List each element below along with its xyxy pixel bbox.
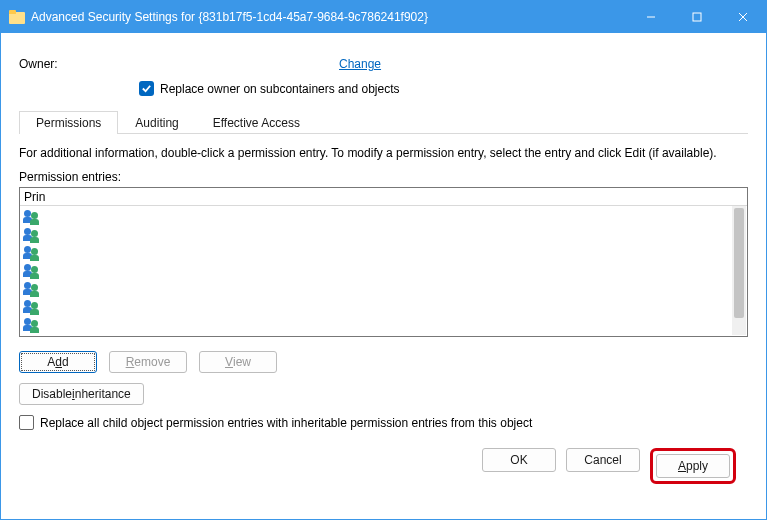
- permission-entry[interactable]: [24, 262, 743, 280]
- tab-effective-access[interactable]: Effective Access: [196, 111, 317, 134]
- principal-icon: [24, 264, 42, 278]
- title-bar: Advanced Security Settings for {831b17f5…: [1, 1, 766, 33]
- view-button[interactable]: View: [199, 351, 277, 373]
- principal-icon: [24, 228, 42, 242]
- replace-owner-label: Replace owner on subcontainers and objec…: [160, 82, 399, 96]
- permission-entries-list[interactable]: Prin: [19, 187, 748, 337]
- permission-entry[interactable]: [24, 298, 743, 316]
- principal-icon: [24, 246, 42, 260]
- principal-icon: [24, 282, 42, 296]
- entries-column-header[interactable]: Prin: [20, 188, 747, 206]
- replace-all-children-checkbox[interactable]: [19, 415, 34, 430]
- tab-permissions[interactable]: Permissions: [19, 111, 118, 134]
- remove-button[interactable]: Remove: [109, 351, 187, 373]
- ok-button[interactable]: OK: [482, 448, 556, 472]
- window-title: Advanced Security Settings for {831b17f5…: [31, 10, 428, 24]
- close-button[interactable]: [720, 1, 766, 33]
- entries-scrollbar[interactable]: [732, 206, 746, 335]
- change-owner-link[interactable]: Change: [339, 57, 381, 71]
- add-button[interactable]: Add: [19, 351, 97, 373]
- scrollbar-thumb[interactable]: [734, 208, 744, 318]
- principal-icon: [24, 318, 42, 332]
- owner-label: Owner:: [19, 57, 339, 71]
- permission-entry[interactable]: [24, 316, 743, 334]
- permission-entry[interactable]: [24, 226, 743, 244]
- principal-icon: [24, 300, 42, 314]
- apply-highlight: Apply: [650, 448, 736, 484]
- tab-auditing[interactable]: Auditing: [118, 111, 195, 134]
- replace-owner-checkbox[interactable]: [139, 81, 154, 96]
- folder-icon: [9, 10, 25, 24]
- dialog-body: Owner: Change Replace owner on subcontai…: [1, 33, 766, 494]
- maximize-button[interactable]: [674, 1, 720, 33]
- permission-entry[interactable]: [24, 280, 743, 298]
- apply-button[interactable]: Apply: [656, 454, 730, 478]
- entries-label: Permission entries:: [19, 170, 748, 184]
- principal-icon: [24, 210, 42, 224]
- disable-inheritance-button[interactable]: Disable inheritance: [19, 383, 144, 405]
- cancel-button[interactable]: Cancel: [566, 448, 640, 472]
- permission-entry[interactable]: [24, 208, 743, 226]
- replace-all-children-label: Replace all child object permission entr…: [40, 416, 532, 430]
- hint-text: For additional information, double-click…: [19, 146, 748, 160]
- tab-strip: Permissions Auditing Effective Access: [19, 110, 748, 134]
- minimize-button[interactable]: [628, 1, 674, 33]
- permission-entry[interactable]: [24, 244, 743, 262]
- svg-rect-0: [693, 13, 701, 21]
